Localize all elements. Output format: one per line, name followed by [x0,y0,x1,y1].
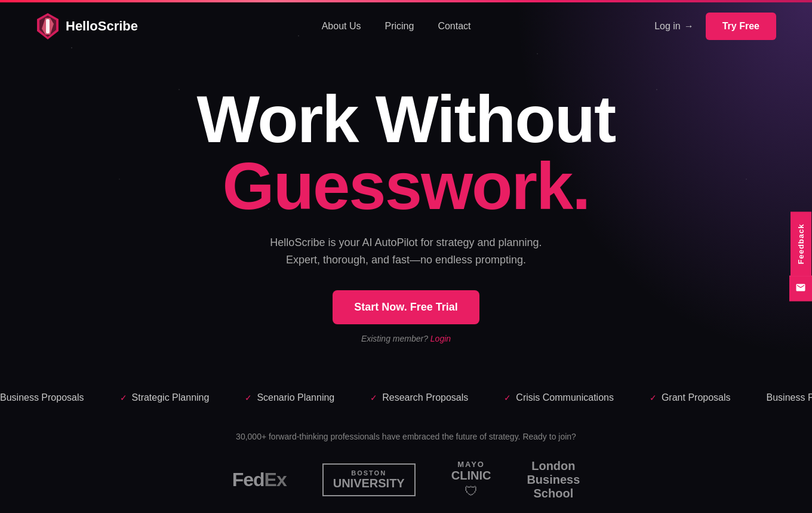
boston-university-logo: BOSTON UNIVERSITY [322,463,416,496]
try-free-button[interactable]: Try Free [706,13,776,40]
tag-label: Research Proposals [382,392,468,403]
nav-pricing[interactable]: Pricing [385,21,414,32]
tag-label: Scenario Planning [257,392,334,403]
login-button[interactable]: Log in → [654,21,694,32]
tag-item: Business Proposals [0,392,84,403]
tag-item: ✓Strategic Planning [120,392,210,403]
tag-item: ✓Scenario Planning [245,392,334,403]
logos-row: FedEx BOSTON UNIVERSITY MAYO CLINIC 🛡 Lo… [0,459,812,500]
logo[interactable]: HelloScribe [36,13,138,39]
social-proof-text: 30,000+ forward-thinking professionals h… [236,432,576,441]
tag-item: ✓Grant Proposals [650,392,731,403]
tag-check-icon: ✓ [650,393,657,403]
nav-about-us[interactable]: About Us [322,21,361,32]
hero-subtitle-line1: HelloScribe is your AI AutoPilot for str… [24,234,788,251]
hero-section: Work Without Guesswork. HelloScribe is y… [0,50,812,367]
logo-text: HelloScribe [66,19,138,34]
tag-item: ✓Crisis Communications [504,392,614,403]
feedback-icon[interactable] [789,276,812,302]
fedex-logo: FedEx [232,469,287,491]
hero-title-line1: Work Without [24,86,788,153]
nav-right: Log in → Try Free [654,13,776,40]
mail-icon [795,282,806,293]
feedback-sidebar: Feedback [789,211,812,302]
tag-check-icon: ✓ [120,393,127,403]
nav-contact[interactable]: Contact [438,21,470,32]
feedback-tab[interactable]: Feedback [791,211,811,276]
tag-item: ✓Research Proposals [370,392,468,403]
social-proof: 30,000+ forward-thinking professionals h… [0,432,812,441]
london-business-school-logo: London Business School [527,459,580,500]
hero-subtitle: HelloScribe is your AI AutoPilot for str… [24,234,788,269]
tag-check-icon: ✓ [504,393,511,403]
tag-check-icon: ✓ [245,393,252,403]
hero-subtitle-line2: Expert, thorough, and fast—no endless pr… [24,251,788,269]
tags-inner: Business Proposals✓Strategic Planning✓Sc… [0,392,812,403]
mayo-clinic-logo: MAYO CLINIC 🛡 [451,460,491,499]
tag-label: Business Proposals [0,392,84,403]
tag-label: Crisis Communications [516,392,614,403]
start-now-button[interactable]: Start Now. Free Trial [333,290,479,324]
hero-title-line2: Guesswork. [24,153,788,220]
login-arrow: → [684,21,694,32]
nav-links: About Us Pricing Contact [322,21,471,32]
tag-label: Grant Proposals [662,392,731,403]
login-label: Log in [654,21,681,32]
logo-icon [36,13,60,39]
tag-check-icon: ✓ [370,393,377,403]
svg-rect-3 [46,19,50,33]
tag-label: Business Proposals [767,392,812,403]
existing-member: Existing member? Login [24,334,788,343]
tag-label: Strategic Planning [132,392,210,403]
tag-item: Business Proposals [767,392,812,403]
navbar: HelloScribe About Us Pricing Contact Log… [0,2,812,50]
tags-row: Business Proposals✓Strategic Planning✓Sc… [0,385,812,410]
login-link[interactable]: Login [430,334,451,343]
existing-label: Existing member? [361,334,428,343]
